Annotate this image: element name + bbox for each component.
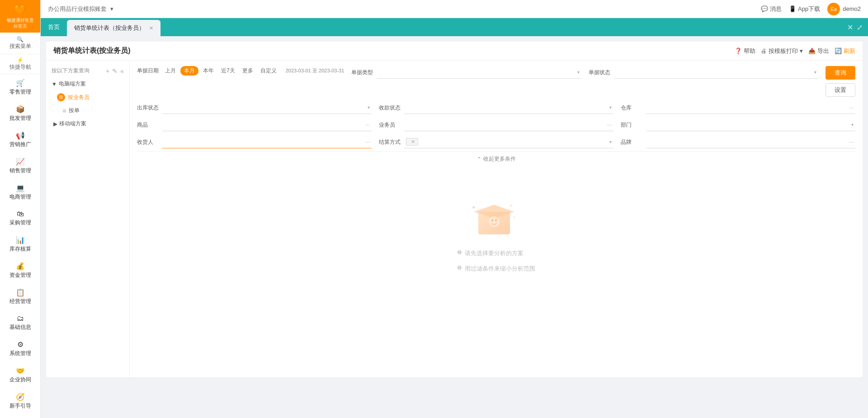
sidebar-item-icon-6: 📊 — [16, 236, 25, 244]
empty-state: ✦ ✦ ✦ ❶ 请先选择要分析的方案 ❷ 用过滤条件来缩小分析范围 — [137, 166, 855, 304]
sidebar-item-6[interactable]: 📊 库存核算 — [8, 231, 33, 257]
content-area: 按以下方案查询 + ✎ « ▼ 电脑端方案 按 按业务员 — [46, 61, 863, 377]
settlement-tag-close[interactable]: ✕ — [411, 139, 415, 145]
print-dropdown-icon: ▾ — [800, 48, 803, 54]
scheme-icons: + ✎ « — [106, 67, 124, 75]
scheme-mobile-arrow: ▶ — [53, 121, 57, 127]
date-tab-custom[interactable]: 自定义 — [258, 66, 279, 76]
date-label: 单据日期 — [137, 67, 160, 75]
export-btn[interactable]: 📤 导出 — [808, 47, 829, 55]
product-control[interactable]: ··· — [162, 119, 372, 131]
tab-sales-stats-label: 销货单统计表（按业务员） — [74, 24, 145, 32]
tab-close-btn[interactable]: ✕ — [847, 23, 853, 32]
doc-status-caret: ▾ — [814, 70, 816, 75]
scheme-item-by-doc-label: 按单 — [69, 107, 80, 114]
page-title-bar: 销货单统计表(按业务员) ❓ 帮助 🖨 按模板打印 ▾ 📤 导出 🔄 刷新 — [46, 42, 863, 61]
sidebar-item-9[interactable]: 🗂 基础信息 — [8, 310, 33, 336]
sidebar-item-label-10: 系统管理 — [9, 350, 31, 357]
brand-dots: ··· — [849, 139, 854, 145]
sidebar-items: 🛒 零售管理📦 批发管理📢 营销推广📈 销售管理💻 电商管理🛍 采购管理📊 库存… — [8, 74, 33, 418]
scheme-group-desktop-title[interactable]: ▼ 电脑端方案 — [46, 77, 129, 90]
print-btn[interactable]: 🖨 按模板打印 ▾ — [761, 47, 803, 55]
sidebar-item-icon-4: 💻 — [16, 184, 25, 192]
sidebar-item-8[interactable]: 📋 经营管理 — [8, 284, 33, 310]
tip2-text: 用过滤条件来缩小分析范围 — [465, 265, 535, 273]
out-status-label: 出库状态 — [137, 104, 160, 112]
date-tab-lastmonth[interactable]: 上月 — [162, 66, 179, 76]
out-status-control[interactable]: ▾ — [162, 101, 372, 114]
sidebar-item-icon-2: 📢 — [16, 131, 25, 140]
main-content: 办公用品行业模拟账套 ▾ 💬 消息 📱 App下载 Ea demo2 首页 — [41, 0, 868, 418]
sidebar-item-10[interactable]: ⚙ 系统管理 — [8, 336, 33, 362]
sidebar: 🧡 畅捷通好生意 标签页 🔍 搜索菜单 ⚡ 快捷导航 🛒 零售管理📦 批发管理📢… — [0, 0, 41, 418]
date-tab-7days[interactable]: 近7天 — [218, 66, 238, 76]
svg-text:✦: ✦ — [509, 203, 513, 208]
tip1-num: ❶ — [457, 249, 462, 256]
tab-close-icon[interactable]: ✕ — [149, 25, 153, 31]
add-scheme-icon[interactable]: + — [106, 67, 109, 75]
app-download-action[interactable]: 📱 App下载 — [789, 5, 820, 13]
brand-label: 品牌 — [621, 138, 643, 146]
scheme-item-salesperson[interactable]: 按 按业务员 — [46, 90, 129, 104]
collapse-panel-icon[interactable]: « — [120, 67, 124, 75]
doc-type-control[interactable]: ▾ — [377, 66, 581, 79]
sidebar-item-icon-3: 📈 — [16, 157, 25, 166]
sidebar-item-3[interactable]: 📈 销售管理 — [8, 153, 33, 179]
payment-status-control[interactable]: ▾ — [404, 101, 613, 114]
help-btn[interactable]: ❓ 帮助 — [735, 47, 755, 55]
sidebar-item-2[interactable]: 📢 营销推广 — [8, 127, 33, 153]
settlement-control[interactable]: ✕ ▾ — [404, 136, 613, 148]
svg-point-3 — [489, 216, 500, 227]
doc-status-control[interactable]: ▾ — [614, 66, 818, 79]
print-icon: 🖨 — [761, 48, 767, 54]
scheme-group-mobile-label: 移动端方案 — [59, 120, 86, 128]
search-label: 搜索菜单 — [2, 43, 38, 50]
svg-text:✦: ✦ — [472, 204, 476, 211]
sidebar-item-icon-1: 📦 — [16, 105, 25, 114]
left-panel: 按以下方案查询 + ✎ « ▼ 电脑端方案 按 按业务员 — [46, 61, 130, 377]
doc-type-caret: ▾ — [577, 70, 580, 75]
brand-control[interactable]: ··· — [646, 136, 855, 148]
message-action[interactable]: 💬 消息 — [761, 5, 782, 13]
sidebar-logo[interactable]: 🧡 畅捷通好生意 标签页 — [0, 0, 40, 33]
date-tab-thisyear[interactable]: 本年 — [200, 66, 217, 76]
filter-row-2: 出库状态 ▾ 收款状态 ▾ 仓库 — [137, 101, 855, 114]
query-button[interactable]: 查询 — [826, 66, 855, 80]
sidebar-item-11[interactable]: 🤝 企业协同 — [8, 362, 33, 388]
receiver-label: 收货人 — [137, 138, 160, 146]
scheme-header-label: 按以下方案查询 — [52, 67, 90, 75]
sidebar-search[interactable]: 🔍 搜索菜单 — [0, 33, 40, 54]
sidebar-item-0[interactable]: 🛒 零售管理 — [8, 74, 33, 100]
sidebar-item-1[interactable]: 📦 批发管理 — [8, 100, 33, 127]
empty-tip-2: ❷ 用过滤条件来缩小分析范围 — [457, 265, 535, 273]
tab-expand-btn[interactable]: ⤢ — [857, 23, 863, 32]
sidebar-item-5[interactable]: 🛍 采购管理 — [8, 205, 33, 231]
sidebar-item-12[interactable]: 🧭 新手引导 — [8, 388, 33, 414]
sidebar-item-4[interactable]: 💻 电商管理 — [8, 179, 33, 205]
tab-home[interactable]: 首页 — [41, 18, 67, 36]
filter-row-1: 单据日期 上月 本月 本年 近7天 更多 自定义 2023-03-01 至 20… — [137, 66, 855, 97]
scheme-item-by-doc[interactable]: ≡ 按单 — [46, 104, 129, 117]
tab-sales-stats[interactable]: 销货单统计表（按业务员） ✕ — [67, 20, 160, 36]
sidebar-quicknav[interactable]: ⚡ 快捷导航 — [0, 54, 40, 74]
user-action[interactable]: Ea demo2 — [827, 3, 861, 15]
message-label: 消息 — [770, 5, 782, 13]
refresh-btn[interactable]: 🔄 刷新 — [835, 47, 855, 55]
scheme-group-mobile-title[interactable]: ▶ 移动端方案 — [46, 117, 129, 130]
department-control[interactable]: ▾ — [646, 119, 855, 131]
sidebar-item-label-0: 零售管理 — [9, 88, 31, 96]
salesperson-control[interactable]: ··· — [404, 119, 613, 131]
edit-scheme-icon[interactable]: ✎ — [112, 67, 118, 75]
warehouse-control[interactable]: ··· — [646, 101, 855, 114]
settings-button[interactable]: 设置 — [826, 83, 855, 97]
sidebar-item-label-6: 库存核算 — [9, 245, 31, 253]
sidebar-item-13[interactable]: 🔲 应用中心 — [8, 414, 33, 418]
date-tab-more[interactable]: 更多 — [240, 66, 256, 76]
receiver-control[interactable]: ··· — [162, 136, 372, 148]
date-tab-thismonth[interactable]: 本月 — [180, 66, 198, 76]
collapse-btn[interactable]: ⌃ 收起更多条件 — [477, 155, 516, 163]
sidebar-item-label-12: 新手引导 — [9, 402, 31, 410]
sidebar-item-7[interactable]: 💰 资金管理 — [8, 257, 33, 284]
sidebar-item-icon-7: 💰 — [16, 262, 25, 271]
breadcrumb-arrow[interactable]: ▾ — [110, 5, 113, 12]
